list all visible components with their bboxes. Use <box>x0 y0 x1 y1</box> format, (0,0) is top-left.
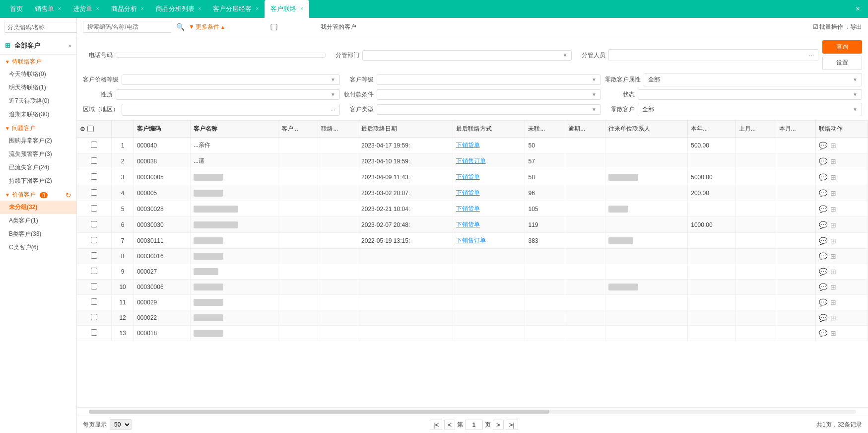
row-checkbox-cell[interactable] <box>77 233 111 249</box>
row-checkbox-cell[interactable] <box>77 280 111 295</box>
row-checkbox[interactable] <box>91 314 97 320</box>
close-tab-sales[interactable]: × <box>58 0 61 18</box>
sidebar-item-c-class[interactable]: C类客户(6) <box>0 241 76 254</box>
chat-icon[interactable]: 💬 <box>819 268 827 276</box>
row-checkbox[interactable] <box>91 189 97 196</box>
last-page-btn[interactable]: >| <box>506 420 518 430</box>
field-payment-select[interactable]: ▼ <box>377 89 601 100</box>
sidebar-all-customers[interactable]: ⊞ 全部客户 « <box>0 37 76 55</box>
close-tab-analysis[interactable]: × <box>141 0 144 18</box>
chat-icon[interactable]: 💬 <box>819 252 827 260</box>
close-tab-customer-contact[interactable]: × <box>300 0 303 18</box>
row-checkbox-cell[interactable] <box>77 310 111 326</box>
row-checkbox-cell[interactable] <box>77 185 111 201</box>
nav-tab-sales[interactable]: 销售单 × <box>29 0 67 18</box>
h-scrollbar[interactable] <box>89 410 856 414</box>
chat-icon[interactable]: 💬 <box>819 142 827 149</box>
row-checkbox-cell[interactable] <box>77 295 111 310</box>
close-tab-customer-seg[interactable]: × <box>256 0 259 18</box>
field-retail-attr-select[interactable]: 全部▼ <box>644 73 862 86</box>
field-status-select[interactable]: ▼ <box>638 89 862 100</box>
export-btn[interactable]: ↓ 导出 <box>846 23 862 31</box>
row-checkbox[interactable] <box>91 237 97 243</box>
field-price-level-select[interactable]: ▼ <box>122 74 340 85</box>
chat-icon[interactable]: 💬 <box>819 221 827 229</box>
field-dept-select[interactable]: ▼ <box>362 50 572 61</box>
row-checkbox-cell[interactable] <box>77 153 111 169</box>
row-last-method[interactable]: 下销货单 <box>453 138 525 153</box>
chat-icon[interactable]: 💬 <box>819 298 827 306</box>
row-last-method[interactable]: 下销货单 <box>453 185 525 201</box>
row-checkbox-cell[interactable] <box>77 264 111 280</box>
row-checkbox-cell[interactable] <box>77 169 111 185</box>
row-checkbox[interactable] <box>91 329 97 336</box>
field-manager-input[interactable]: ··· <box>608 49 818 61</box>
sidebar-item-a-class[interactable]: A类客户(1) <box>0 214 76 227</box>
my-customers-checkbox[interactable] <box>229 24 319 30</box>
group-problem[interactable]: ▼ 问题客户 <box>0 121 76 134</box>
query-button[interactable]: 查询 <box>822 40 862 54</box>
nav-tab-analysis[interactable]: 商品分析 × <box>105 0 150 18</box>
group-pending[interactable]: ▼ 待联络客户 <box>0 55 76 68</box>
batch-op-btn[interactable]: ☑ 批量操作 <box>813 23 843 31</box>
row-checkbox[interactable] <box>91 268 97 274</box>
row-checkbox-cell[interactable] <box>77 217 111 233</box>
grid-action-icon[interactable]: ⊞ <box>830 252 836 260</box>
grid-action-icon[interactable]: ⊞ <box>830 173 836 181</box>
grid-action-icon[interactable]: ⊞ <box>830 298 836 306</box>
chat-icon[interactable]: 💬 <box>819 329 827 337</box>
chat-icon[interactable]: 💬 <box>819 283 827 291</box>
row-checkbox-cell[interactable] <box>77 249 111 264</box>
row-checkbox-cell[interactable] <box>77 138 111 153</box>
row-checkbox[interactable] <box>91 157 97 164</box>
search-button[interactable]: 🔍 <box>176 23 185 31</box>
grid-action-icon[interactable]: ⊞ <box>830 268 836 276</box>
row-checkbox[interactable] <box>91 173 97 180</box>
group-value[interactable]: ▼ 价值客户 8 ↻ <box>0 188 76 201</box>
sidebar-item-hoarding[interactable]: 囤购异常客户(2) <box>0 134 76 147</box>
row-last-method[interactable]: 下销售订单 <box>453 233 525 249</box>
chat-icon[interactable]: 💬 <box>819 237 827 245</box>
sidebar-item-churned[interactable]: 已流失客户(24) <box>0 161 76 174</box>
chat-icon[interactable]: 💬 <box>819 157 827 165</box>
row-last-method[interactable]: 下销货单 <box>453 217 525 233</box>
row-checkbox[interactable] <box>91 205 97 212</box>
row-last-method[interactable]: 下销货单 <box>453 169 525 185</box>
h-scrollbar-thumb[interactable] <box>89 410 549 414</box>
grid-action-icon[interactable]: ⊞ <box>830 189 836 197</box>
field-region-input[interactable]: ··· <box>122 104 340 116</box>
sidebar-item-7days[interactable]: 近7天待联络(0) <box>0 94 76 108</box>
grid-action-icon[interactable]: ⊞ <box>830 314 836 322</box>
col-settings[interactable]: ⚙ <box>77 121 111 138</box>
row-last-method[interactable]: 下销货单 <box>453 201 525 217</box>
prev-page-btn[interactable]: < <box>444 420 455 430</box>
nav-tab-customer-seg[interactable]: 客户分层经客 × <box>207 0 265 18</box>
page-input[interactable] <box>465 420 483 430</box>
select-all-checkbox[interactable] <box>87 126 94 132</box>
reset-button[interactable]: 设置 <box>822 56 862 70</box>
chat-icon[interactable]: 💬 <box>819 173 827 181</box>
row-checkbox-cell[interactable] <box>77 201 111 217</box>
search-input[interactable] <box>83 21 172 33</box>
first-page-btn[interactable]: |< <box>430 420 442 430</box>
sidebar-item-overdue[interactable]: 逾期未联络(30) <box>0 108 76 121</box>
field-phone-input[interactable] <box>116 53 326 58</box>
row-checkbox[interactable] <box>91 142 97 148</box>
grid-action-icon[interactable]: ⊞ <box>830 329 836 337</box>
settings-icon[interactable]: ⚙ <box>80 126 85 133</box>
grid-action-icon[interactable]: ⊞ <box>830 142 836 149</box>
close-tab-purchase[interactable]: × <box>96 0 99 18</box>
grid-action-icon[interactable]: ⊞ <box>830 237 836 245</box>
next-page-btn[interactable]: > <box>493 420 504 430</box>
nav-tab-customer-contact[interactable]: 客户联络 × <box>265 0 309 18</box>
sidebar-item-ungrouped[interactable]: 未分组(32) <box>0 201 76 214</box>
row-checkbox[interactable] <box>91 252 97 259</box>
grid-action-icon[interactable]: ⊞ <box>830 283 836 291</box>
sidebar-item-today[interactable]: 今天待联络(0) <box>0 68 76 81</box>
row-last-method[interactable]: 下销售订单 <box>453 153 525 169</box>
field-retail-select[interactable]: 全部▼ <box>638 103 862 116</box>
row-checkbox[interactable] <box>91 298 97 305</box>
grid-action-icon[interactable]: ⊞ <box>830 205 836 213</box>
chat-icon[interactable]: 💬 <box>819 189 827 197</box>
nav-home[interactable]: 首页 <box>4 4 29 13</box>
